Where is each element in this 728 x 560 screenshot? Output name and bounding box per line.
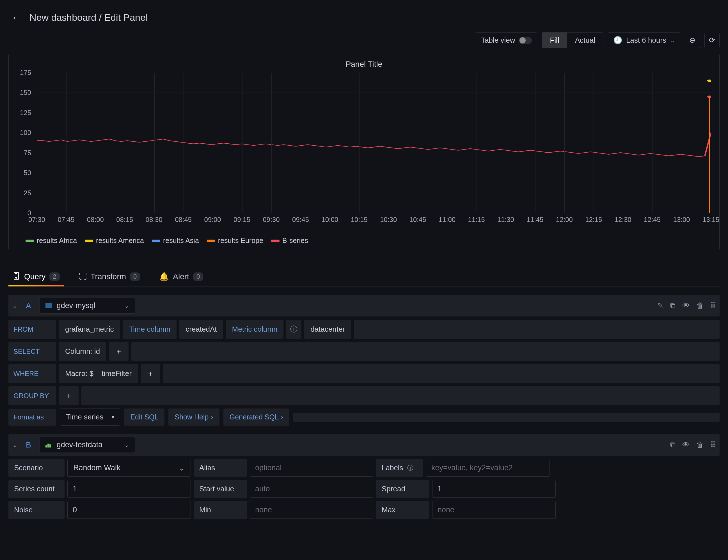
drag-icon[interactable]: ⠿ — [710, 301, 716, 310]
drag-icon[interactable]: ⠿ — [710, 440, 716, 449]
legend-item[interactable]: results Europe — [207, 237, 263, 245]
add-select-button[interactable]: ＋ — [109, 342, 129, 361]
x-tick: 13:00 — [673, 216, 690, 224]
series-marker — [707, 80, 711, 82]
mysql-icon — [45, 303, 52, 308]
tab-alert-label: Alert — [173, 272, 189, 281]
x-tick: 10:30 — [380, 216, 397, 224]
scenario-select[interactable]: Random Walk ⌄ — [67, 459, 191, 477]
min-input[interactable] — [250, 501, 373, 519]
series-count-input[interactable] — [67, 480, 191, 498]
datasource-select-b[interactable]: gdev-testdata ⌄ — [40, 437, 135, 453]
datasource-name-a: gdev-mysql — [57, 301, 95, 310]
format-select[interactable]: Time series ▾ — [60, 408, 120, 426]
legend-item[interactable]: results Africa — [26, 237, 77, 245]
table-view-label: Table view — [481, 36, 515, 45]
toolbar: Table view Fill Actual 🕘 Last 6 hours ⌄ … — [0, 29, 728, 54]
trash-icon[interactable]: 🗑 — [696, 440, 704, 449]
chevron-down-icon: ⌄ — [178, 463, 185, 472]
noise-input[interactable] — [67, 501, 191, 519]
refresh-button[interactable]: ⟳ — [704, 33, 720, 48]
x-tick: 07:45 — [58, 216, 74, 224]
info-icon[interactable]: ⓘ — [407, 464, 413, 472]
x-tick: 12:30 — [615, 216, 631, 224]
query-a-header: ⌄ A gdev-mysql ⌄ ✎ ⧉ 👁 🗑 ⠿ — [8, 295, 720, 316]
time-range-label: Last 6 hours — [626, 36, 666, 45]
x-tick: 08:15 — [116, 216, 133, 224]
trash-icon[interactable]: 🗑 — [696, 301, 704, 310]
edit-sql-button[interactable]: Edit SQL — [124, 408, 164, 426]
max-input[interactable] — [432, 501, 556, 519]
x-tick: 09:15 — [233, 216, 250, 224]
tab-transform-label: Transform — [91, 272, 126, 281]
legend-swatch — [207, 240, 215, 242]
legend-swatch — [271, 240, 280, 242]
legend-swatch — [26, 240, 34, 242]
datasource-select-a[interactable]: gdev-mysql ⌄ — [40, 298, 135, 314]
spread-label: Spread — [376, 480, 429, 498]
tab-transform[interactable]: ⛶ Transform 0 — [75, 267, 144, 286]
min-label: Min — [194, 501, 247, 519]
x-tick: 11:45 — [526, 216, 543, 224]
database-icon: 🗄 — [12, 272, 20, 281]
show-help-button[interactable]: Show Help › — [168, 408, 219, 426]
add-where-button[interactable]: ＋ — [141, 364, 160, 383]
start-value-input[interactable] — [250, 480, 373, 498]
x-tick: 11:15 — [468, 216, 485, 224]
transform-icon: ⛶ — [79, 272, 87, 281]
query-b-id: B — [23, 440, 34, 449]
generated-sql-button[interactable]: Generated SQL › — [223, 408, 289, 426]
back-arrow-icon[interactable]: ← — [11, 11, 22, 24]
chevron-down-icon: ⌄ — [124, 442, 129, 448]
metric-column-value[interactable]: datacenter — [304, 320, 351, 339]
collapse-icon[interactable]: ⌄ — [12, 441, 17, 449]
refresh-icon: ⟳ — [709, 36, 715, 45]
table-view-toggle[interactable]: Table view — [476, 32, 537, 48]
alias-input[interactable] — [250, 459, 373, 477]
edit-icon[interactable]: ✎ — [657, 301, 663, 310]
where-macro[interactable]: Macro: $__timeFilter — [59, 364, 138, 383]
svg-rect-1 — [45, 303, 52, 308]
eye-icon[interactable]: 👁 — [682, 301, 690, 310]
tab-query[interactable]: 🗄 Query 2 — [8, 267, 64, 286]
y-tick: 25 — [24, 189, 31, 197]
zoom-out-button[interactable]: ⊖ — [685, 33, 700, 48]
header: ← New dashboard / Edit Panel — [0, 0, 728, 29]
row-filler — [131, 342, 720, 361]
from-table[interactable]: grafana_metric — [59, 320, 120, 339]
x-tick: 10:15 — [351, 216, 368, 224]
eye-icon[interactable]: 👁 — [682, 440, 690, 449]
x-tick: 13:15 — [702, 216, 719, 224]
x-tick: 09:30 — [263, 216, 280, 224]
legend: results Africaresults Americaresults Asi… — [9, 233, 719, 246]
alias-label: Alias — [194, 459, 247, 477]
fill-button[interactable]: Fill — [542, 33, 567, 48]
collapse-icon[interactable]: ⌄ — [12, 302, 17, 309]
row-filler — [163, 364, 720, 383]
zoom-out-icon: ⊖ — [689, 36, 695, 45]
query-b-actions: ⧉ 👁 🗑 ⠿ — [670, 440, 716, 449]
legend-item[interactable]: results Asia — [152, 237, 199, 245]
time-column-value[interactable]: createdAt — [179, 320, 223, 339]
copy-icon[interactable]: ⧉ — [670, 440, 676, 449]
y-tick: 175 — [20, 69, 31, 77]
legend-item[interactable]: results America — [85, 237, 144, 245]
svg-rect-2 — [45, 445, 47, 447]
query-a: ⌄ A gdev-mysql ⌄ ✎ ⧉ 👁 🗑 ⠿ FROM grafana_… — [8, 295, 720, 426]
spread-input[interactable] — [432, 480, 556, 498]
select-column[interactable]: Column: id — [59, 342, 106, 361]
legend-label: B-series — [282, 237, 308, 245]
x-tick: 08:45 — [175, 216, 192, 224]
x-tick: 08:30 — [146, 216, 162, 224]
x-tick: 09:00 — [204, 216, 221, 224]
add-groupby-button[interactable]: ＋ — [59, 386, 79, 405]
y-tick: 50 — [24, 169, 31, 177]
actual-button[interactable]: Actual — [567, 33, 603, 48]
time-range-picker[interactable]: 🕘 Last 6 hours ⌄ — [608, 32, 680, 48]
tab-alert[interactable]: 🔔 Alert 0 — [155, 267, 207, 286]
info-icon[interactable]: ⓘ — [286, 320, 301, 339]
legend-item[interactable]: B-series — [271, 237, 308, 245]
copy-icon[interactable]: ⧉ — [670, 301, 676, 310]
chart: 0255075100125150175 07:3007:4508:0008:15… — [9, 73, 719, 233]
labels-input[interactable] — [426, 459, 550, 477]
